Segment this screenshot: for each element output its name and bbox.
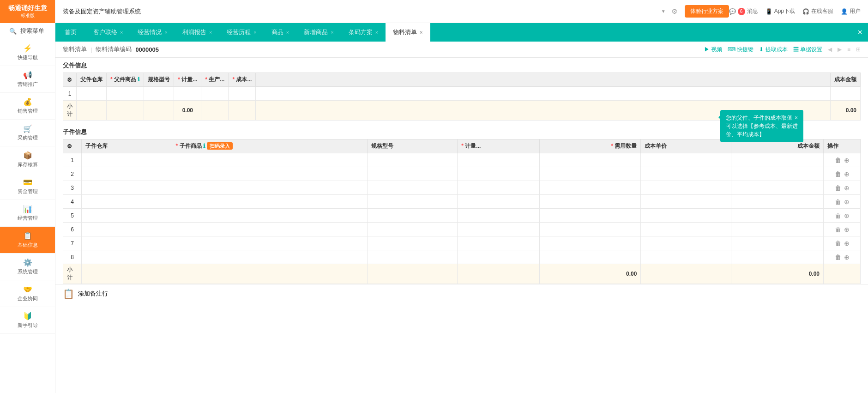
child-row-7-warehouse[interactable] (82, 236, 172, 250)
child-row-2-unit-cost[interactable] (641, 167, 731, 181)
message-button[interactable]: 💬 6 消息 (729, 7, 758, 15)
child-row-6-spec[interactable] (367, 223, 458, 236)
child-row-5-spec[interactable] (367, 209, 458, 223)
copy-icon-row8[interactable]: ⊕ (844, 254, 850, 261)
parent-th-settings[interactable]: ⚙ (63, 73, 77, 87)
copy-icon-row5[interactable]: ⊕ (844, 212, 850, 219)
child-row-1-unit-cost[interactable] (641, 153, 731, 167)
child-row-1-need-qty[interactable] (539, 153, 641, 167)
tab-new-goods[interactable]: 新增商品 × (296, 23, 341, 42)
child-row-1-spec[interactable] (367, 153, 458, 167)
scan-input-button[interactable]: 扫码录入 (207, 142, 233, 150)
sidebar-item-finance[interactable]: 💳 资金管理 (0, 173, 55, 200)
child-row-5-need-qty[interactable] (539, 209, 641, 223)
copy-icon-row6[interactable]: ⊕ (844, 226, 850, 233)
child-row-1-warehouse[interactable] (82, 153, 172, 167)
tab-close-all[interactable]: × (856, 28, 864, 37)
sidebar-item-sales[interactable]: 💰 销售管理 (0, 93, 55, 120)
parent-row-1-production[interactable] (201, 87, 229, 101)
sidebar-item-operations[interactable]: 📊 经营管理 (0, 200, 55, 227)
sidebar-item-system[interactable]: ⚙️ 系统管理 (0, 254, 55, 280)
child-row-2-qty-unit[interactable] (458, 167, 540, 181)
tab-profit-close[interactable]: × (209, 30, 212, 35)
child-row-4-warehouse[interactable] (82, 195, 172, 209)
child-row-2-goods[interactable] (172, 167, 367, 181)
parent-row-1-warehouse[interactable] (77, 87, 107, 101)
child-row-6-qty-unit[interactable] (458, 223, 540, 236)
child-row-1-goods[interactable] (172, 153, 367, 167)
child-row-4-unit-cost[interactable] (641, 195, 731, 209)
child-row-8-unit-cost[interactable] (641, 250, 731, 264)
sidebar-item-basic-info[interactable]: 📋 基础信息 (0, 227, 55, 254)
sidebar-item-guide[interactable]: 🔰 新手引导 (0, 307, 55, 334)
child-row-5-qty-unit[interactable] (458, 209, 540, 223)
child-row-6-warehouse[interactable] (82, 223, 172, 236)
delete-icon-row2[interactable]: 🗑 (835, 170, 841, 178)
copy-icon-row3[interactable]: ⊕ (844, 184, 850, 192)
child-row-4-goods[interactable] (172, 195, 367, 209)
user-button[interactable]: 👤 用户 (841, 7, 861, 15)
child-row-7-unit-cost[interactable] (641, 236, 731, 250)
parent-row-1-cost[interactable] (229, 87, 256, 101)
child-row-8-spec[interactable] (367, 250, 458, 264)
sidebar-item-collab[interactable]: 🤝 企业协同 (0, 280, 55, 307)
list-view-icon[interactable]: ≡ (847, 46, 850, 53)
delete-icon-row5[interactable]: 🗑 (835, 212, 841, 219)
search-menu[interactable]: 🔍 搜索菜单 (0, 23, 55, 39)
delete-icon-row3[interactable]: 🗑 (835, 184, 841, 192)
tab-bom[interactable]: 物料清单 × (386, 23, 430, 42)
child-row-3-spec[interactable] (367, 181, 458, 195)
child-row-6-unit-cost[interactable] (641, 223, 731, 236)
child-row-4-spec[interactable] (367, 195, 458, 209)
child-row-2-need-qty[interactable] (539, 167, 641, 181)
trial-button[interactable]: 体验行业方案 (685, 5, 729, 18)
child-th-settings[interactable]: ⚙ (63, 139, 82, 153)
child-row-1-qty-unit[interactable] (458, 153, 540, 167)
sidebar-item-inventory[interactable]: 📦 库存核算 (0, 146, 55, 173)
tab-profit[interactable]: 利润报告 × (175, 23, 219, 42)
add-row-label[interactable]: 添加备注行 (78, 290, 108, 298)
copy-icon-row7[interactable]: ⊕ (844, 240, 850, 247)
child-row-4-need-qty[interactable] (539, 195, 641, 209)
delete-icon-row4[interactable]: 🗑 (835, 198, 841, 206)
app-download-button[interactable]: 📱 App下载 (766, 7, 795, 15)
delete-icon-row8[interactable]: 🗑 (835, 254, 841, 261)
system-dropdown-arrow[interactable]: ▼ (661, 9, 666, 14)
sidebar-item-quick-nav[interactable]: ⚡ 快捷导航 (0, 39, 55, 66)
tab-new-goods-close[interactable]: × (331, 30, 333, 35)
tab-home[interactable]: 首页 (55, 23, 86, 42)
tab-operations-close[interactable]: × (164, 30, 167, 35)
delete-icon-row7[interactable]: 🗑 (835, 240, 841, 247)
tab-barcode-close[interactable]: × (375, 30, 378, 35)
child-row-8-warehouse[interactable] (82, 250, 172, 264)
child-row-2-warehouse[interactable] (82, 167, 172, 181)
child-row-8-qty-unit[interactable] (458, 250, 540, 264)
tab-customers-close[interactable]: × (120, 30, 123, 35)
child-row-3-warehouse[interactable] (82, 181, 172, 195)
child-row-3-unit-cost[interactable] (641, 181, 731, 195)
settings-icon[interactable]: ⚙ (671, 7, 677, 16)
child-row-4-qty-unit[interactable] (458, 195, 540, 209)
child-row-7-spec[interactable] (367, 236, 458, 250)
sidebar-item-purchase[interactable]: 🛒 采购管理 (0, 120, 55, 146)
tab-goods-close[interactable]: × (286, 30, 289, 35)
add-row-icon[interactable]: 📋 (63, 288, 74, 299)
single-setting-btn[interactable]: ☰ 单据设置 (793, 46, 822, 54)
tab-barcode[interactable]: 条码方案 × (341, 23, 386, 42)
sidebar-item-marketing[interactable]: 📢 营销推广 (0, 66, 55, 93)
child-row-7-goods[interactable] (172, 236, 367, 250)
child-row-8-need-qty[interactable] (539, 250, 641, 264)
child-row-3-qty-unit[interactable] (458, 181, 540, 195)
copy-icon-row2[interactable]: ⊕ (844, 170, 850, 178)
copy-icon-row1[interactable]: ⊕ (844, 157, 850, 164)
tab-goods[interactable]: 商品 × (264, 23, 296, 42)
child-row-6-need-qty[interactable] (539, 223, 641, 236)
child-row-6-goods[interactable] (172, 223, 367, 236)
child-row-3-goods[interactable] (172, 181, 367, 195)
extract-cost-btn[interactable]: ⬇ 提取成本 (759, 46, 787, 54)
child-row-5-unit-cost[interactable] (641, 209, 731, 223)
online-service-button[interactable]: 🎧 在线客服 (802, 7, 833, 15)
child-row-5-goods[interactable] (172, 209, 367, 223)
delete-icon-row1[interactable]: 🗑 (835, 157, 841, 164)
child-row-2-spec[interactable] (367, 167, 458, 181)
